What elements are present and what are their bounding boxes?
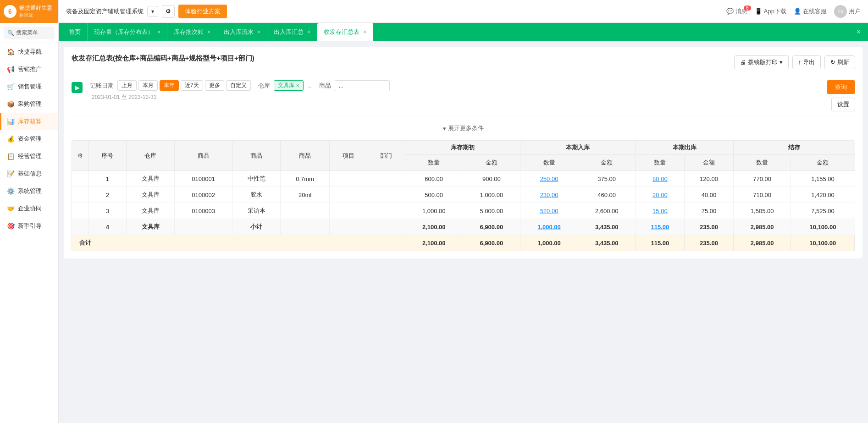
sidebar-item-enterprise[interactable]: 🤝 企业协同 — [0, 200, 58, 217]
row-in-qty-link[interactable]: 230.00 — [540, 192, 558, 198]
th-open-qty: 数量 — [405, 155, 463, 171]
sidebar-item-quick-nav[interactable]: 🏠 快捷导航 — [0, 43, 58, 60]
row-out-amt: 120.00 — [685, 171, 734, 187]
user-menu[interactable]: Ea 用户 — [834, 5, 861, 18]
th-num: 序号 — [88, 141, 126, 171]
sidebar-item-marketing[interactable]: 📢 营销推广 — [0, 60, 58, 78]
more-date-btn[interactable]: 更多 — [205, 80, 224, 91]
last7-btn[interactable]: 近7天 — [181, 80, 203, 91]
row-goods-code: 0100001 — [175, 171, 232, 187]
sidebar-item-basic-info[interactable]: 📝 基础信息 — [0, 165, 58, 182]
export-button[interactable]: ↑ 导出 — [792, 55, 821, 69]
sidebar-item-finance[interactable]: 💰 资金管理 — [0, 130, 58, 148]
tab-batch-account[interactable]: 库存批次账 × — [167, 23, 217, 41]
prev-month-btn[interactable]: 上月 — [117, 80, 137, 91]
row-goods-name: 中性笔 — [232, 171, 280, 187]
row-in-qty-link[interactable]: 250.00 — [540, 176, 558, 182]
row-num: 4 — [88, 219, 126, 235]
main-content: 装备及固定资产辅助管理系统 ▾ ⚙ 体验行业方案 💬 消息 6 📱 App下载 … — [59, 0, 868, 423]
data-table: ⚙ 序号 仓库 商品 商品 商品 项目 部门 库存期初 本期入库 本期出库 结存 — [72, 141, 855, 251]
row-project — [329, 187, 367, 203]
row-out-qty-link[interactable]: 80.00 — [652, 176, 668, 182]
print-button[interactable]: 🖨 拨镜版打印 ▾ — [734, 55, 789, 69]
sidebar-item-guide[interactable]: 🎯 新手引导 — [0, 217, 58, 235]
filter-toggle-button[interactable]: ▶ — [72, 82, 83, 93]
row-goods-code — [175, 219, 232, 235]
row-out-qty[interactable]: 80.00 — [636, 171, 685, 187]
row-open-amt: 900.00 — [463, 171, 520, 187]
sidebar-item-system[interactable]: ⚙️ 系统管理 — [0, 182, 58, 200]
sidebar-item-inventory[interactable]: 📊 库存核算 — [0, 113, 58, 130]
row-goods-code: 0100002 — [175, 187, 232, 203]
refresh-button[interactable]: ↻ 刷新 — [824, 55, 855, 69]
gear-button[interactable]: ⚙ — [162, 5, 175, 18]
tab-home[interactable]: 首页 — [62, 23, 88, 41]
row-in-qty-link[interactable]: 520.00 — [540, 208, 558, 214]
tab-close-in-out-flow[interactable]: × — [257, 29, 260, 35]
warehouse-tag[interactable]: 文具库 × — [274, 80, 304, 91]
close-all-tabs[interactable]: × — [853, 28, 864, 36]
row-bal-amt: 1,420.00 — [791, 187, 855, 203]
marketing-icon: 📢 — [7, 66, 14, 73]
row-check — [72, 187, 88, 203]
app-download-button[interactable]: 📱 App下载 — [755, 7, 786, 16]
search-menu-button[interactable]: 🔍 搜索菜单 — [4, 27, 55, 39]
row-out-qty-link[interactable]: 20.00 — [652, 192, 668, 198]
row-project — [329, 203, 367, 219]
sidebar-item-operations[interactable]: 📋 经营管理 — [0, 148, 58, 165]
messages-button[interactable]: 💬 消息 6 — [726, 7, 747, 16]
search-icon: 🔍 — [7, 30, 14, 36]
cur-year-btn[interactable]: 本年 — [160, 80, 179, 91]
warehouse-more-btn[interactable]: ... — [307, 82, 312, 89]
tab-close-receipt-summary[interactable]: × — [363, 29, 366, 35]
th-settings[interactable]: ⚙ — [72, 141, 88, 171]
tab-close-stock-dist[interactable]: × — [157, 29, 160, 35]
online-service-button[interactable]: 👤 在线客服 — [794, 7, 827, 16]
row-open-amt: 5,000.00 — [463, 203, 520, 219]
finance-icon: 💰 — [7, 135, 14, 143]
expand-conditions-button[interactable]: ▾ 展开更多条件 — [443, 122, 484, 135]
tab-in-out-flow[interactable]: 出入库流水 × — [217, 23, 267, 41]
row-out-qty-link[interactable]: 15.00 — [652, 208, 668, 214]
tab-stock-dist[interactable]: 现存量（库存分布表） × — [88, 23, 167, 41]
row-in-qty[interactable]: 1,000.00 — [520, 219, 578, 235]
sidebar-item-sales[interactable]: 🛒 销售管理 — [0, 78, 58, 95]
row-out-qty[interactable]: 20.00 — [636, 187, 685, 203]
query-button[interactable]: 查询 — [827, 80, 855, 94]
tab-close-batch-account[interactable]: × — [207, 29, 210, 35]
row-in-amt: 460.00 — [578, 187, 636, 203]
tab-receipt-summary[interactable]: 收发存汇总表 × — [317, 23, 373, 41]
row-bal-qty: 2,985.00 — [733, 219, 791, 235]
row-out-qty[interactable]: 15.00 — [636, 203, 685, 219]
th-in-qty: 数量 — [520, 155, 578, 171]
row-in-amt: 2,600.00 — [578, 203, 636, 219]
experience-button[interactable]: 体验行业方案 — [178, 5, 227, 18]
table-row: 1文具库0100001中性笔0.7mm600.00900.00250.00375… — [72, 171, 855, 187]
row-out-qty-link[interactable]: 115.00 — [651, 224, 669, 231]
custom-date-btn[interactable]: 自定义 — [226, 80, 251, 91]
row-in-qty[interactable]: 520.00 — [520, 203, 578, 219]
header-left: 装备及固定资产辅助管理系统 ▾ ⚙ 体验行业方案 — [66, 5, 227, 18]
row-in-qty[interactable]: 230.00 — [520, 187, 578, 203]
row-project — [329, 219, 367, 235]
dropdown-arrow-print: ▾ — [780, 59, 783, 66]
operations-icon: 📋 — [7, 153, 14, 160]
tab-close-in-out-summary[interactable]: × — [307, 29, 310, 35]
system-dropdown[interactable]: ▾ — [147, 6, 158, 17]
row-warehouse: 文具库 — [126, 171, 174, 187]
warehouse-remove-icon[interactable]: × — [296, 82, 299, 89]
tab-in-out-summary[interactable]: 出入库汇总 × — [267, 23, 317, 41]
row-open-amt: 6,900.00 — [463, 219, 520, 235]
row-in-qty-link[interactable]: 1,000.00 — [537, 224, 561, 231]
message-badge: 6 — [744, 5, 751, 11]
goods-filter-input[interactable]: ... — [335, 80, 390, 91]
export-icon: ↑ — [798, 59, 802, 66]
filter-group-goods: 商品 ... — [319, 80, 390, 91]
row-in-qty[interactable]: 250.00 — [520, 171, 578, 187]
row-out-qty[interactable]: 115.00 — [636, 219, 685, 235]
cur-month-btn[interactable]: 本月 — [138, 80, 158, 91]
settings-button[interactable]: 设置 — [831, 98, 855, 111]
sidebar-item-purchase[interactable]: 📦 采购管理 — [0, 95, 58, 113]
row-open-qty: 2,100.00 — [405, 219, 463, 235]
page-content: 收发存汇总表(按仓库+商品编码+商品+规格型号+项目+部门) 🖨 拨镜版打印 ▾… — [59, 41, 868, 423]
